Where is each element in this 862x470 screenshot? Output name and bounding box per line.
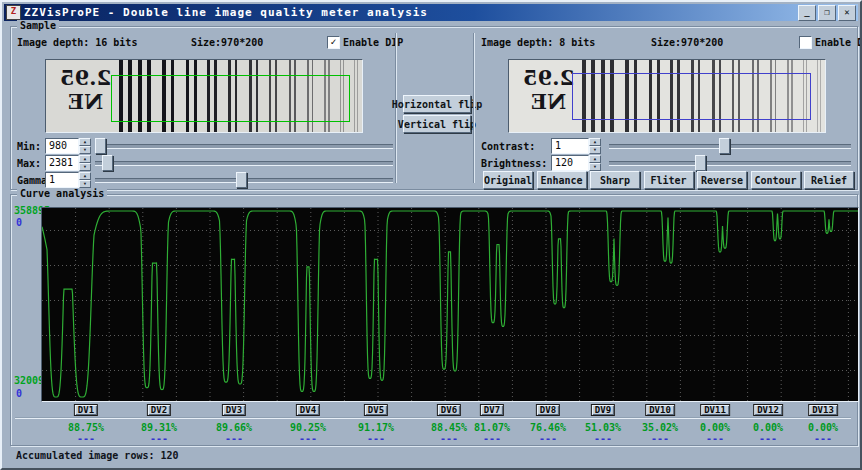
brightness-up-arrow[interactable]: ▲: [589, 155, 601, 163]
dv-marker-dv9[interactable]: DV9: [591, 404, 615, 416]
right-size-label: Size:970*200: [651, 37, 723, 48]
intensity-curve: [42, 211, 858, 397]
right-enable-dip-checkbox[interactable]: [799, 36, 812, 49]
contrast-slider-thumb[interactable]: [719, 138, 730, 154]
dv-percent-dv4: 90.25%: [290, 422, 326, 433]
max-label: Max:: [17, 158, 41, 169]
max-value[interactable]: 2381: [45, 155, 79, 171]
dv-percent-dv9: 51.03%: [585, 422, 621, 433]
dv-marker-dv5[interactable]: DV5: [364, 404, 388, 416]
dv-marker-dv13[interactable]: DV13: [808, 404, 838, 416]
dv-dash-dv4: ---: [299, 433, 317, 444]
dv-dash-dv3: ---: [225, 433, 243, 444]
y-axis-min-secondary-label: 0: [16, 388, 22, 399]
dv-percent-dv1: 88.75%: [68, 422, 104, 433]
contrast-spinner[interactable]: 1 ▲▼: [551, 138, 601, 154]
min-down-arrow[interactable]: ▼: [79, 146, 91, 154]
contrast-label: Contrast:: [481, 141, 535, 152]
dv-dash-dv9: ---: [594, 433, 612, 444]
dv-marker-dv4[interactable]: DV4: [296, 404, 320, 416]
gamma-slider-thumb[interactable]: [236, 172, 247, 188]
selection-rectangle[interactable]: [111, 75, 350, 122]
left-enable-dip-checkbox[interactable]: ✓: [327, 36, 340, 49]
dv-percent-dv11: 0.00%: [700, 422, 730, 433]
right-image-depth-label: Image depth: 8 bits: [481, 37, 595, 48]
dv-percent-dv10: 35.02%: [642, 422, 678, 433]
barcode-bar: [820, 60, 821, 132]
filter-button-original[interactable]: Original: [483, 171, 533, 189]
right-image-panel[interactable]: 2.95NE: [508, 59, 826, 133]
min-slider-thumb[interactable]: [95, 138, 106, 154]
gamma-up-arrow[interactable]: ▲: [79, 172, 91, 180]
dv-percent-dv2: 89.31%: [141, 422, 177, 433]
dv-marker-dv1[interactable]: DV1: [74, 404, 98, 416]
sample-group: Sample Image depth: 16 bits Size:970*200…: [10, 26, 858, 190]
min-spinner[interactable]: 980 ▲▼: [45, 138, 91, 154]
dv-dash-dv12: ---: [759, 433, 777, 444]
restore-button[interactable]: ❐: [818, 5, 836, 21]
horizontal-flip-button[interactable]: Horizontal flip: [403, 95, 471, 113]
filter-button-reverse[interactable]: Reverse: [697, 171, 747, 189]
max-spinner[interactable]: 2381 ▲▼: [45, 155, 91, 171]
contrast-slider[interactable]: [609, 138, 851, 153]
minimize-button[interactable]: _: [798, 5, 816, 21]
filter-button-fliter[interactable]: Fliter: [644, 171, 694, 189]
dv-marker-dv3[interactable]: DV3: [222, 404, 246, 416]
filter-button-sharp[interactable]: Sharp: [590, 171, 640, 189]
dv-marker-dv8[interactable]: DV8: [536, 404, 560, 416]
dv-dash-dv5: ---: [367, 433, 385, 444]
dv-marker-dv10[interactable]: DV10: [645, 404, 675, 416]
dv-percent-dv12: 0.00%: [753, 422, 783, 433]
vertical-flip-button[interactable]: Vertical flip: [403, 115, 471, 133]
max-slider[interactable]: [95, 155, 393, 170]
dv-percent-dv3: 89.66%: [216, 422, 252, 433]
brightness-value[interactable]: 120: [551, 155, 589, 171]
dv-marker-dv7[interactable]: DV7: [480, 404, 504, 416]
mirrored-barcode-text: 2.95NE: [60, 66, 111, 114]
contrast-up-arrow[interactable]: ▲: [589, 138, 601, 146]
dv-dash-dv13: ---: [814, 433, 832, 444]
filter-button-enhance[interactable]: Enhance: [537, 171, 587, 189]
left-image-depth-label: Image depth: 16 bits: [17, 37, 137, 48]
left-image-panel[interactable]: 2.95NE: [45, 59, 363, 133]
curve-plot[interactable]: [41, 207, 859, 402]
accumulated-rows-label: Accumulated image rows: 120: [16, 450, 179, 461]
dv-dash-dv10: ---: [651, 433, 669, 444]
curve-group-label: Curve analysis: [17, 188, 107, 199]
dv-percent-dv13: 0.00%: [808, 422, 838, 433]
dv-percent-dv5: 91.17%: [358, 422, 394, 433]
close-button[interactable]: ✕: [838, 5, 856, 21]
dv-marker-row: DV1DV2DV3DV4DV5DV6DV7DV8DV9DV10DV11DV12D…: [41, 404, 857, 416]
dv-marker-dv2[interactable]: DV2: [147, 404, 171, 416]
brightness-slider[interactable]: [609, 155, 851, 170]
brightness-slider-thumb[interactable]: [695, 155, 706, 171]
gamma-slider[interactable]: [95, 172, 393, 187]
contrast-down-arrow[interactable]: ▼: [589, 146, 601, 154]
dv-marker-dv12[interactable]: DV12: [753, 404, 783, 416]
filter-button-relief[interactable]: Relief: [804, 171, 854, 189]
gamma-down-arrow[interactable]: ▼: [79, 180, 91, 188]
contrast-value[interactable]: 1: [551, 138, 589, 154]
dv-marker-dv6[interactable]: DV6: [437, 404, 461, 416]
curve-svg: [42, 208, 858, 401]
brightness-down-arrow[interactable]: ▼: [589, 163, 601, 171]
max-down-arrow[interactable]: ▼: [79, 163, 91, 171]
barcode-bar: [817, 60, 818, 132]
selection-rectangle[interactable]: [572, 73, 811, 120]
filter-button-contour[interactable]: Contour: [751, 171, 801, 189]
min-up-arrow[interactable]: ▲: [79, 138, 91, 146]
plot-footer-separator: [15, 417, 851, 419]
min-slider[interactable]: [95, 138, 393, 153]
max-slider-thumb[interactable]: [102, 155, 113, 171]
gamma-spinner[interactable]: 1 ▲▼: [45, 172, 91, 188]
brightness-spinner[interactable]: 120 ▲▼: [551, 155, 601, 171]
max-up-arrow[interactable]: ▲: [79, 155, 91, 163]
app-icon: Z: [6, 5, 21, 20]
dv-marker-dv11[interactable]: DV11: [700, 404, 730, 416]
dv-dash-dv2: ---: [150, 433, 168, 444]
dv-dash-dv11: ---: [706, 433, 724, 444]
min-value[interactable]: 980: [45, 138, 79, 154]
dv-dash-dv6: ---: [440, 433, 458, 444]
dv-dash-dv8: ---: [539, 433, 557, 444]
gamma-value[interactable]: 1: [45, 172, 79, 188]
